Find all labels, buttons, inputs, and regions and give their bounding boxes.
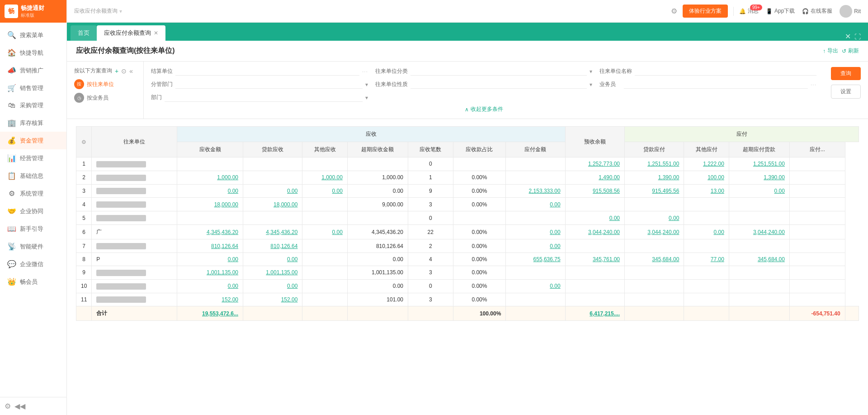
table-cell[interactable]: 0.00	[506, 225, 565, 239]
table-cell[interactable]: 0.00	[506, 198, 565, 211]
table-cell[interactable]: 3,044,240.00	[565, 225, 624, 239]
table-cell[interactable]: 0.00	[625, 211, 684, 225]
table-cell[interactable]: 152.00	[243, 293, 302, 306]
department-input[interactable]	[165, 93, 363, 102]
blurred-name	[96, 243, 146, 249]
table-cell[interactable]: 152.00	[177, 293, 243, 306]
table-cell[interactable]: 1,252,773.00	[565, 157, 624, 171]
sidebar-item-purchase[interactable]: 🛍 采购管理	[0, 97, 66, 114]
table-cell[interactable]: 77.00	[684, 253, 729, 266]
table-cell[interactable]: 1,000.00	[177, 171, 243, 184]
table-cell[interactable]: 915,495.56	[625, 184, 684, 198]
table-cell[interactable]: 0.00	[243, 184, 302, 198]
table-cell[interactable]: 1,490.00	[565, 171, 624, 184]
table-cell[interactable]: 0.00	[729, 184, 789, 198]
partner-nature-input[interactable]	[410, 80, 587, 89]
app-download-item[interactable]: 📱 App下载	[766, 7, 795, 15]
table-cell[interactable]: 345,684.00	[729, 253, 789, 266]
sidebar-item-hardware[interactable]: 📡 智能硬件	[0, 238, 66, 255]
settlement-unit-input[interactable]	[175, 67, 359, 76]
tab-close-window-icon[interactable]: ✕	[845, 32, 851, 41]
table-cell[interactable]: 1,251,551.00	[625, 157, 684, 171]
scheme-settings-icon[interactable]: ⊙	[121, 67, 127, 75]
table-cell[interactable]: 18,000.00	[177, 198, 243, 211]
tab-fullscreen-icon[interactable]: ⛶	[854, 33, 861, 40]
table-cell[interactable]: 4,345,436.20	[177, 225, 243, 239]
table-cell[interactable]: 810,126.64	[177, 239, 243, 253]
table-cell[interactable]: 1,390.00	[625, 171, 684, 184]
collapse-icon[interactable]: ◀◀	[14, 402, 25, 410]
table-cell[interactable]: 0.00	[506, 279, 565, 293]
table-cell[interactable]: 100.00	[684, 171, 729, 184]
table-cell[interactable]: 3,044,240.00	[729, 225, 789, 239]
table-cell[interactable]: 0.00	[302, 225, 348, 239]
footer-receivable-amount[interactable]: 19,553,472.6...	[177, 306, 243, 321]
table-cell: 810,126.64	[347, 239, 408, 253]
header-gear-icon[interactable]: ⚙	[671, 7, 677, 15]
table-row: 7810,126.64810,126.64810,126.6420.00%0.0…	[76, 239, 859, 253]
user-item[interactable]: Rit	[840, 5, 861, 18]
table-cell[interactable]: 18,000.00	[243, 198, 302, 211]
partner-name-input[interactable]	[635, 67, 816, 76]
scheme-by-partner[interactable]: 按 按往来单位	[74, 79, 138, 89]
add-scheme-icon[interactable]: +	[115, 67, 118, 75]
table-cell[interactable]: 810,126.64	[243, 239, 302, 253]
partner-category-input[interactable]	[410, 67, 587, 76]
settings-footer-icon[interactable]: ⚙	[5, 402, 11, 410]
query-button[interactable]: 查询	[831, 67, 861, 80]
sidebar-item-collab[interactable]: 🤝 企业协同	[0, 202, 66, 220]
table-cell[interactable]: 1,390.00	[729, 171, 789, 184]
table-cell[interactable]: 13.00	[684, 184, 729, 198]
filter-collapse-btn[interactable]: ∧ 收起更多条件	[151, 105, 816, 113]
table-cell[interactable]: 4,345,436.20	[243, 225, 302, 239]
settings-button[interactable]: 设置	[831, 85, 861, 99]
table-cell[interactable]: 1,001,135.00	[177, 266, 243, 279]
sidebar-item-basic[interactable]: 📋 基础信息	[0, 167, 66, 185]
sidebar-item-guide[interactable]: 📖 新手引导	[0, 220, 66, 238]
table-cell[interactable]: 0.00	[302, 184, 348, 198]
sidebar-item-ops[interactable]: 📊 经营管理	[0, 149, 66, 167]
table-cell[interactable]: 1,222.00	[684, 157, 729, 171]
blurred-name	[96, 161, 146, 167]
scheme-collapse-icon[interactable]: «	[129, 67, 133, 75]
sidebar-item-quick[interactable]: 🏠 快捷导航	[0, 44, 66, 62]
export-button[interactable]: ↑ 导出	[823, 47, 838, 55]
table-cell[interactable]: 1,000.00	[302, 171, 348, 184]
sidebar-item-system[interactable]: ⚙ 系统管理	[0, 185, 66, 202]
table-cell[interactable]: 1,251,551.00	[729, 157, 789, 171]
sidebar-item-member[interactable]: 👑 畅会员	[0, 273, 66, 291]
table-cell[interactable]: 345,684.00	[625, 253, 684, 266]
table-cell[interactable]: 0.00	[177, 184, 243, 198]
table-cell[interactable]: 0.00	[243, 253, 302, 266]
sidebar-item-wechat[interactable]: 💬 企业微信	[0, 255, 66, 273]
footer-prepaid[interactable]: 6,417,215....	[565, 306, 624, 321]
tab-home[interactable]: 首页	[71, 25, 97, 41]
refresh-button[interactable]: ↺ 刷新	[842, 47, 859, 55]
table-cell[interactable]: 0.00	[565, 211, 624, 225]
table-settings-icon[interactable]: ⚙	[81, 139, 86, 145]
table-cell[interactable]: 0.00	[177, 279, 243, 293]
table-cell[interactable]: 0.00	[684, 225, 729, 239]
notification-item[interactable]: 🔔 消息 99+	[739, 7, 759, 15]
promo-button[interactable]: 体验行业方案	[683, 5, 728, 18]
dept-manager-input[interactable]	[175, 80, 363, 89]
sidebar-item-sales[interactable]: 🛒 销售管理	[0, 79, 66, 97]
table-cell[interactable]: 1,001,135.00	[243, 266, 302, 279]
scheme-by-salesman[interactable]: ◷ 按业务员	[74, 93, 138, 103]
table-cell[interactable]: 655,636.75	[506, 253, 565, 266]
salesman-input[interactable]	[624, 80, 808, 89]
sidebar-item-search[interactable]: 🔍 搜索菜单	[0, 26, 66, 44]
online-service-item[interactable]: 🎧 在线客服	[802, 7, 832, 15]
table-cell[interactable]: 915,508.56	[565, 184, 624, 198]
tab-query[interactable]: 应收应付余额查询 ✕	[97, 25, 165, 41]
table-cell[interactable]: 345,761.00	[565, 253, 624, 266]
sidebar-item-inventory[interactable]: 🏢 库存核算	[0, 114, 66, 132]
sidebar-item-marketing[interactable]: 📣 营销推广	[0, 62, 66, 79]
tab-close-icon[interactable]: ✕	[154, 30, 158, 36]
table-cell[interactable]: 0.00	[506, 239, 565, 253]
table-cell[interactable]: 0.00	[177, 253, 243, 266]
table-cell[interactable]: 2,153,333.00	[506, 184, 565, 198]
sidebar-item-finance[interactable]: 💰 资金管理	[0, 132, 66, 149]
table-cell[interactable]: 3,044,240.00	[625, 225, 684, 239]
table-cell[interactable]: 0.00	[243, 279, 302, 293]
